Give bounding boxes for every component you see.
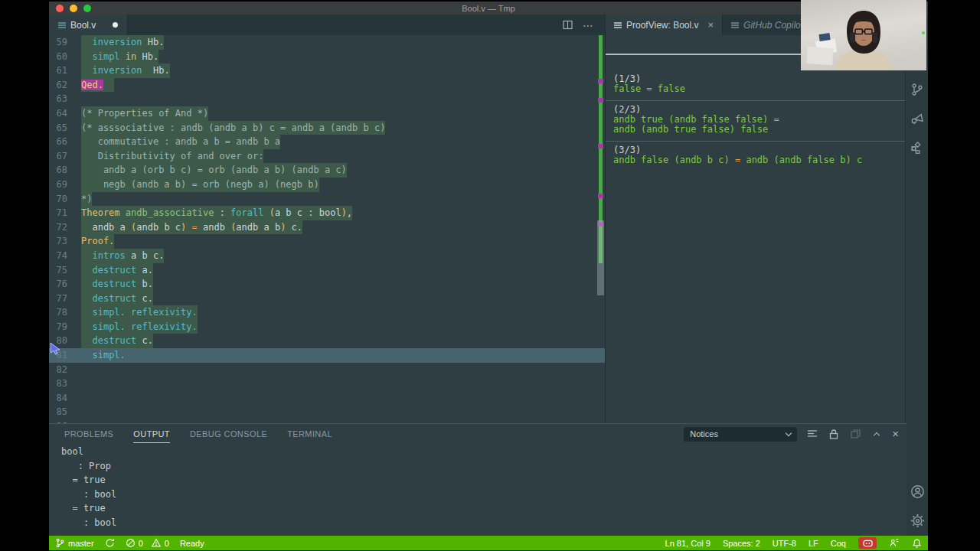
status-item[interactable]: UTF-8 bbox=[773, 539, 796, 548]
goal-counter: (1/3) bbox=[613, 73, 897, 84]
tab-label: GitHub Copilot bbox=[743, 20, 803, 31]
code-line[interactable]: 81 simpl. bbox=[49, 348, 605, 363]
status-item[interactable]: Spaces: 2 bbox=[723, 539, 760, 548]
code-line[interactable]: 83 bbox=[49, 377, 605, 391]
code-line[interactable]: 62Qed. bbox=[49, 78, 605, 93]
code-line[interactable]: 72 andb a (andb b c) = andb (andb a b) c… bbox=[49, 220, 605, 235]
headphone-left bbox=[850, 32, 855, 43]
notifications-bell-icon[interactable] bbox=[912, 538, 922, 549]
feedback-icon[interactable] bbox=[889, 538, 900, 548]
activity-bar bbox=[906, 15, 928, 536]
chevron-down-icon bbox=[786, 429, 792, 435]
line-number: 71 bbox=[49, 206, 81, 220]
panel-tab-output[interactable]: OUTPUT bbox=[133, 425, 170, 443]
status-item[interactable]: Coq bbox=[831, 539, 846, 548]
code-line[interactable]: 64(* Properties of And *) bbox=[49, 106, 605, 121]
clear-output-icon[interactable] bbox=[806, 428, 818, 440]
move-panel-icon[interactable] bbox=[849, 428, 861, 440]
line-number: 74 bbox=[49, 249, 81, 263]
overview-ruler[interactable] bbox=[596, 35, 605, 423]
person-face bbox=[853, 18, 874, 46]
vscode-window: Bool.v — Tmp Bool.v bbox=[49, 2, 928, 550]
status-right-items: Ln 81, Col 9Spaces: 2UTF-8LFCoq bbox=[665, 539, 846, 548]
code-line[interactable]: 67 Distributivity of and over or: bbox=[49, 149, 605, 164]
line-number: 82 bbox=[49, 363, 81, 377]
account-icon[interactable] bbox=[908, 482, 926, 500]
output-content[interactable]: bool : Prop = true : bool = true : bool bbox=[49, 444, 906, 530]
editor-code: 59 inversion Hb.60 simpl in Hb.61 invers… bbox=[49, 35, 605, 423]
code-line[interactable]: 79 simpl. reflexivity. bbox=[49, 320, 605, 334]
branch-status[interactable]: master bbox=[55, 538, 94, 548]
code-line[interactable]: 69 negb (andb a b) = orb (negb a) (negb … bbox=[49, 178, 605, 192]
code-line[interactable]: 85 bbox=[49, 405, 605, 419]
panel-tab-problems[interactable]: PROBLEMS bbox=[64, 425, 113, 443]
code-line[interactable]: 66 commutative : andb a b = andb b a bbox=[49, 135, 605, 149]
split-editor-icon[interactable] bbox=[561, 19, 573, 31]
code-line[interactable]: 71Theorem andb_associative : forall (a b… bbox=[49, 206, 605, 220]
coq-ready-status[interactable]: Ready bbox=[180, 539, 204, 548]
webcam-overlay bbox=[801, 0, 926, 70]
line-number: 60 bbox=[49, 50, 81, 64]
output-line: bool bbox=[61, 445, 906, 459]
sync-status[interactable] bbox=[105, 538, 115, 548]
code-line[interactable]: 65(* asssociative : andb (andb a b) c = … bbox=[49, 121, 605, 135]
code-line[interactable]: 74 intros a b c. bbox=[49, 249, 605, 263]
panel-tab-terminal[interactable]: TERMINAL bbox=[287, 425, 332, 443]
window-titlebar[interactable]: Bool.v — Tmp bbox=[49, 2, 928, 15]
code-editor[interactable]: 59 inversion Hb.60 simpl in Hb.61 invers… bbox=[49, 35, 605, 423]
problems-status[interactable]: 0 0 bbox=[126, 538, 169, 548]
status-item[interactable]: LF bbox=[808, 539, 818, 548]
code-line[interactable]: 73Proof. bbox=[49, 234, 605, 249]
line-number: 66 bbox=[49, 135, 81, 149]
close-panel-icon[interactable]: × bbox=[892, 429, 899, 439]
code-line[interactable]: 84 bbox=[49, 391, 605, 406]
tab-boolv[interactable]: Bool.v bbox=[49, 15, 128, 35]
code-line[interactable]: 61 inversion Hb. bbox=[49, 64, 605, 78]
code-line[interactable]: 86 bbox=[49, 419, 605, 423]
proof-goal: (2/3)andb true (andb false false) =andb … bbox=[606, 100, 905, 141]
code-line[interactable]: 63 bbox=[49, 92, 605, 106]
panel-tab[interactable]: ProofView: Bool.v× bbox=[606, 15, 723, 35]
ruler-mark bbox=[598, 79, 603, 83]
sync-icon bbox=[105, 538, 115, 548]
code-line[interactable]: 77 destruct c. bbox=[49, 292, 605, 306]
branch-icon bbox=[55, 538, 65, 548]
editor-group: Bool.v ⋯ 59 inversion Hb.60 bbox=[49, 15, 606, 423]
lock-icon[interactable] bbox=[828, 428, 840, 440]
output-line: : bool bbox=[61, 516, 906, 530]
panel-tab[interactable]: GitHub Copilot bbox=[723, 15, 812, 35]
copilot-error-chip[interactable] bbox=[858, 537, 877, 549]
code-line[interactable]: 70*) bbox=[49, 192, 605, 207]
line-number: 76 bbox=[49, 277, 81, 292]
line-number: 85 bbox=[49, 405, 81, 419]
proofview-panel: ProofView: Bool.v×GitHub Copilot (1/3)fa… bbox=[606, 15, 906, 423]
warnings-icon bbox=[151, 538, 162, 548]
maximize-panel-icon[interactable] bbox=[871, 428, 883, 440]
extensions-icon[interactable] bbox=[908, 139, 926, 157]
code-line[interactable]: 68 andb a (orb b c) = orb (andb a b) (an… bbox=[49, 163, 605, 178]
more-actions-icon[interactable]: ⋯ bbox=[583, 21, 594, 29]
settings-gear-icon[interactable] bbox=[908, 511, 926, 530]
panel-tab-debug-console[interactable]: DEBUG CONSOLE bbox=[190, 425, 267, 443]
code-line[interactable]: 60 simpl in Hb. bbox=[49, 50, 605, 64]
tab-label: ProofView: Bool.v bbox=[626, 20, 699, 31]
source-control-icon[interactable] bbox=[908, 80, 926, 99]
close-tab-icon[interactable]: × bbox=[708, 19, 714, 31]
line-number: 70 bbox=[49, 192, 81, 207]
proof-goal: (1/3)false = false bbox=[606, 70, 905, 100]
code-line[interactable]: 80 destruct c. bbox=[49, 334, 605, 348]
code-line[interactable]: 82 bbox=[49, 363, 605, 377]
output-channel-select[interactable]: Notices bbox=[684, 427, 797, 442]
ruler-mark bbox=[598, 98, 603, 103]
modified-dot-icon[interactable] bbox=[113, 22, 118, 28]
code-line[interactable]: 59 inversion Hb. bbox=[49, 35, 605, 50]
code-line[interactable]: 78 simpl. reflexivity. bbox=[49, 305, 605, 320]
run-debug-icon[interactable] bbox=[908, 109, 926, 128]
line-number: 68 bbox=[49, 163, 81, 178]
line-number: 63 bbox=[49, 92, 81, 106]
scrollbar-thumb[interactable] bbox=[597, 220, 604, 295]
code-line[interactable]: 76 destruct b. bbox=[49, 277, 605, 292]
headphone-right bbox=[872, 32, 877, 43]
status-item[interactable]: Ln 81, Col 9 bbox=[665, 539, 710, 548]
code-line[interactable]: 75 destruct a. bbox=[49, 263, 605, 278]
